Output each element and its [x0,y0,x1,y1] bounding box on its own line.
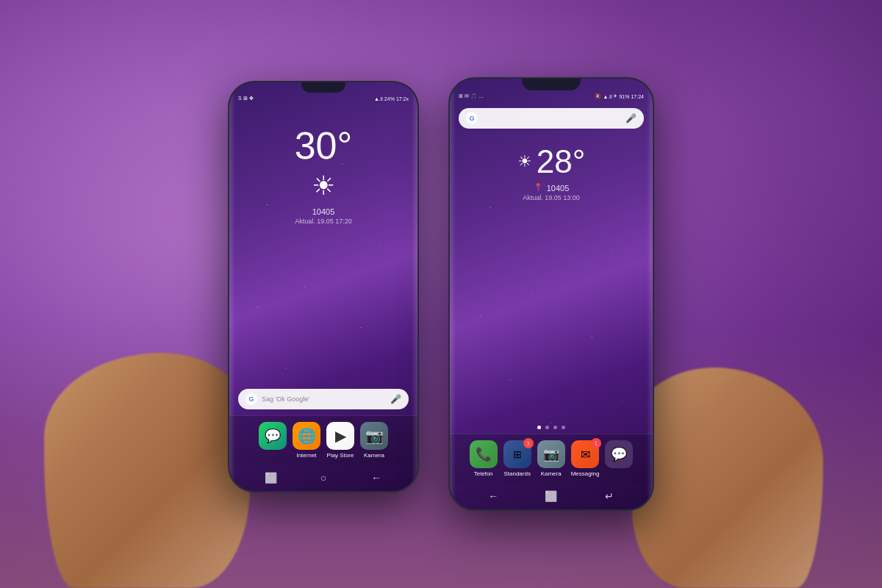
dot-4 [562,426,565,429]
signal-icon: ▲.ll [374,96,383,101]
kamera-right-icon[interactable]: 📷 [537,440,565,468]
weather-location-left: 10405 [229,207,417,216]
google-logo-left: G [245,393,257,405]
nav-bar-right: ← ⬜ ↵ [450,483,653,509]
app-playstore[interactable]: ▶ Play Store [326,422,354,459]
search-placeholder-left: Sag 'Ok Google' [262,395,386,403]
standards-label: Standards [503,470,530,477]
internet-label: Internet [296,452,316,459]
playstore-icon[interactable]: ▶ [326,422,354,450]
search-bar-left[interactable]: G Sag 'Ok Google' 🎤 [238,389,409,409]
google-logo-right: G [466,112,478,124]
back-btn-left[interactable]: ← [369,470,384,485]
temp-left: 30° [229,126,417,165]
camera-notch-left [301,82,345,93]
messaging-label: Messaging [571,470,600,477]
location-row-right: 📍 10405 [450,181,653,193]
app-telefon[interactable]: 📞 Telefon [470,440,498,477]
weather-sun-small: ☀ [517,152,532,171]
weather-location-right: 10405 [547,184,570,193]
nav-bar-left: ⬜ ○ ← [229,465,417,491]
weather-widget-right: ☀ 28° 📍 10405 Aktual. 19.05 13:00 [450,135,653,201]
recent-apps-btn-left[interactable]: ⬜ [263,470,278,485]
home-btn-left[interactable]: ○ [316,470,331,485]
temp-right: 28° [537,146,586,178]
kamera-left-icon[interactable]: 📷 [360,422,388,450]
status-right-left-icons: ⊞ ✉ 🎵 … [459,93,484,99]
app-kamera-right[interactable]: 📷 Kamera [537,440,565,477]
weather-time-right: Aktual. 19.05 13:00 [450,194,653,201]
weather-time-left: Aktual. 19.05 17:20 [229,218,417,225]
dot-1 [537,426,541,429]
messaging-icon[interactable]: ✉ 1 [571,440,599,468]
dot-3 [553,426,557,429]
time-display: 17:2x [396,96,409,101]
left-status-icons: S ⊠ ✤ [238,96,254,101]
right-status-icons: ⊞ ✉ 🎵 … [459,93,484,99]
messaging-badge: 1 [591,438,601,448]
app-dock-right: 📞 Telefon ⊞ 3 Standards 📷 Kamera [450,434,653,483]
dot-2 [545,426,549,429]
mute-icon: 🔇 [595,93,601,99]
internet-icon[interactable]: 🌐 [293,422,320,450]
app-standards[interactable]: ⊞ 3 Standards [503,440,531,477]
phone-right-content: ⊞ ✉ 🎵 … 🔇 ▲.ll ✈ 91% 17:24 G [450,79,653,509]
pin-icon-right: 📍 [534,183,542,191]
telefon-label: Telefon [474,470,493,477]
status-right-right-info: 🔇 ▲.ll ✈ 91% 17:24 [595,93,644,99]
weather-sun-icon-left: ☀ [229,171,417,201]
kamera-right-label: Kamera [541,470,562,477]
app-whatsapp[interactable]: 💬 [259,422,287,459]
phone-left-screen: S ⊠ ✤ ▲.ll 24% 17:2x 30° ☀ 10405 Aktual.… [229,82,417,491]
extra-icon[interactable]: 💬 [605,440,633,468]
standards-badge: 3 [523,438,534,448]
mic-icon-left[interactable]: 🎤 [390,394,401,404]
phones-container: S ⊠ ✤ ▲.ll 24% 17:2x 30° ☀ 10405 Aktual.… [0,0,882,588]
page-dots-right [450,426,653,429]
power-button-right-phone [653,174,654,211]
right-signal: ▲.ll [603,94,612,99]
app-kamera-left[interactable]: 📷 Kamera [360,422,388,459]
weather-row-right: ☀ 28° [450,146,653,178]
app-extra-right[interactable]: 💬 [605,440,633,477]
right-airplane: ✈ [613,93,617,99]
mic-icon-right[interactable]: 🎤 [625,113,637,123]
battery-level: 24% [384,96,395,101]
app-dock-left: 💬 🌐 Internet ▶ Play Store 📷 Kamera [229,415,417,465]
right-time: 17:24 [631,94,644,99]
standards-icon[interactable]: ⊞ 3 [503,440,531,468]
weather-widget-left: 30° ☀ 10405 Aktual. 19.05 17:20 [229,104,417,225]
power-button-left-phone [417,171,419,200]
home-btn-right[interactable]: ⬜ [544,489,559,503]
playstore-label: Play Store [327,452,354,459]
kamera-left-label: Kamera [364,452,384,459]
recent-apps-btn-right[interactable]: ↵ [602,489,617,503]
phone-right: ⊞ ✉ 🎵 … 🔇 ▲.ll ✈ 91% 17:24 G [448,77,654,511]
phone-left-content: S ⊠ ✤ ▲.ll 24% 17:2x 30° ☀ 10405 Aktual.… [229,82,417,491]
telefon-icon[interactable]: 📞 [470,440,498,468]
phone-right-screen: ⊞ ✉ 🎵 … 🔇 ▲.ll ✈ 91% 17:24 G [450,79,653,509]
app-messaging[interactable]: ✉ 1 Messaging [571,440,600,477]
back-btn-right[interactable]: ← [486,489,501,503]
camera-notch-right [522,79,581,90]
search-bar-right[interactable]: G 🎤 [459,108,644,129]
app-internet[interactable]: 🌐 Internet [293,422,320,459]
phone-left: S ⊠ ✤ ▲.ll 24% 17:2x 30° ☀ 10405 Aktual.… [228,81,419,492]
status-left-icons: S ⊠ ✤ [238,96,254,101]
right-battery: 91% [619,94,629,99]
status-right-info: ▲.ll 24% 17:2x [374,96,409,101]
whatsapp-icon[interactable]: 💬 [259,422,287,450]
